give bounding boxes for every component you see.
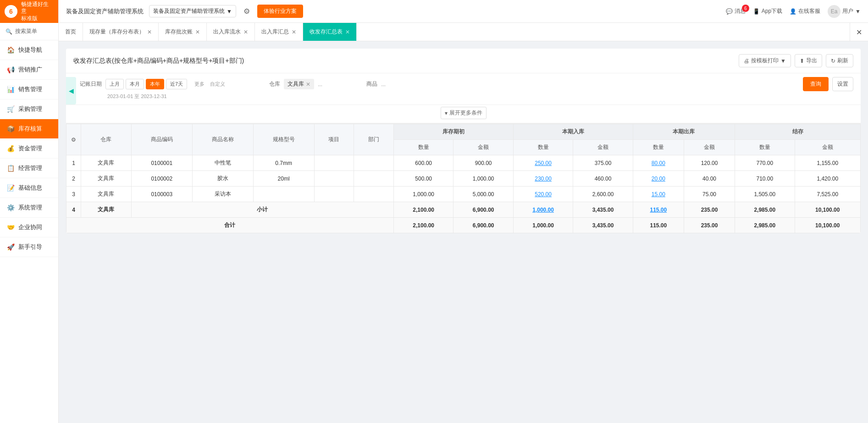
tab-2[interactable]: 库存批次账 ✕ — [159, 23, 207, 41]
subtotal-out-amt: 235.00 — [684, 202, 735, 218]
sidebar-item-10[interactable]: 🚀新手引导 — [0, 237, 58, 257]
print-icon: 🖨 — [744, 58, 749, 64]
sidebar-header[interactable]: 6 畅捷通好生意 标准版 — [0, 0, 58, 23]
tab-close-icon[interactable]: ✕ — [243, 29, 248, 35]
row-warehouse: 文具库 — [81, 187, 132, 202]
sidebar-item-3[interactable]: 🛒采购管理 — [0, 99, 58, 119]
main-content: 收发存汇总表(按仓库+商品编码+商品+规格型号+项目+部门) 🖨 按模板打印 ▼… — [59, 41, 868, 241]
sidebar-item-1[interactable]: 📢营销推广 — [0, 60, 58, 80]
user-btn[interactable]: Ea 用户 ▼ — [828, 5, 861, 18]
search-label: 搜索菜单 — [15, 27, 37, 35]
export-icon: ⬆ — [800, 58, 804, 64]
sidebar-item-6[interactable]: 📋经营管理 — [0, 159, 58, 178]
data-table: ⚙ 仓库 商品编码 商品名称 规格型号 项目 部门 库存期初 本期入库 本期出库… — [66, 124, 861, 233]
tab-close-icon[interactable]: ✕ — [147, 29, 152, 35]
refresh-btn[interactable]: ↻ 刷新 — [826, 54, 853, 67]
date-btn-本月[interactable]: 本月 — [126, 79, 144, 89]
search-icon: 🔍 — [6, 28, 12, 35]
page-actions: 🖨 按模板打印 ▼ ⬆ 导出 ↻ 刷新 — [739, 54, 853, 67]
sidebar-search[interactable]: 🔍 搜索菜单 — [0, 23, 58, 40]
export-btn[interactable]: ⬆ 导出 — [795, 54, 822, 67]
warehouse-tag-close[interactable]: ✕ — [306, 81, 310, 88]
print-btn[interactable]: 🖨 按模板打印 ▼ — [739, 54, 791, 67]
filter-row-1: 记账日期 上月本月本年近7天 更多 自定义 仓库 文具库 ✕ ... 商品 ..… — [80, 77, 853, 91]
online-service-btn[interactable]: 👤 在线客服 — [790, 7, 820, 15]
row-out-qty[interactable]: 20.00 — [633, 171, 684, 187]
th-in-amt: 金额 — [573, 140, 633, 155]
th-opening-group: 库存期初 — [393, 124, 513, 140]
row-out-qty[interactable]: 80.00 — [633, 155, 684, 171]
row-goods-code: 0100003 — [131, 187, 192, 202]
tab-1[interactable]: 现存量（库存分布表） ✕ — [83, 23, 159, 41]
row-in-qty[interactable]: 250.00 — [513, 155, 573, 171]
subtotal-no: 4 — [66, 202, 81, 218]
goods-more[interactable]: ... — [381, 81, 386, 88]
row-opening-amt: 900.00 — [453, 155, 513, 171]
nav-icon: 📝 — [6, 184, 15, 192]
tab-label: 出入库汇总 — [261, 28, 289, 36]
sidebar-nav: 🏠快捷导航📢营销推广📊销售管理🛒采购管理📦库存核算💰资金管理📋经营管理📝基础信息… — [0, 40, 58, 257]
sidebar-item-0[interactable]: 🏠快捷导航 — [0, 40, 58, 60]
date-btns: 上月本月本年近7天 — [105, 79, 187, 89]
date-btn-本年[interactable]: 本年 — [146, 79, 164, 89]
system-selector[interactable]: 装备及固定资产辅助管理系统 ▼ — [149, 5, 236, 17]
filter-row-main: ◀ 记账日期 上月本月本年近7天 更多 自定义 仓库 文具库 ✕ ... — [66, 73, 861, 105]
trial-btn[interactable]: 体验行业方案 — [257, 5, 303, 18]
message-btn[interactable]: 💬 消息 6 — [726, 7, 746, 15]
filter-container: ◀ 记账日期 上月本月本年近7天 更多 自定义 仓库 文具库 ✕ ... — [66, 73, 861, 124]
nav-icon: 📊 — [6, 86, 15, 93]
tab-4[interactable]: 出入库汇总 ✕ — [255, 23, 303, 41]
row-balance-qty: 1,505.00 — [735, 187, 795, 202]
th-goods-code: 商品编码 — [131, 124, 192, 155]
close-all-tabs-btn[interactable]: ✕ — [850, 23, 868, 41]
th-in-qty: 数量 — [513, 140, 573, 155]
sidebar-item-4[interactable]: 📦库存核算 — [0, 119, 58, 139]
collapse-btn[interactable]: ◀ — [66, 77, 76, 104]
row-no: 2 — [66, 171, 81, 187]
tab-0[interactable]: 首页 — [59, 23, 83, 41]
filter-inner: 记账日期 上月本月本年近7天 更多 自定义 仓库 文具库 ✕ ... 商品 ..… — [76, 77, 861, 104]
sidebar-item-9[interactable]: 🤝企业协同 — [0, 218, 58, 237]
sidebar-item-2[interactable]: 📊销售管理 — [0, 80, 58, 99]
nav-label: 基础信息 — [18, 184, 42, 192]
system-name: 装备及固定资产辅助管理系统 — [66, 7, 144, 16]
page-header: 收发存汇总表(按仓库+商品编码+商品+规格型号+项目+部门) 🖨 按模板打印 ▼… — [66, 49, 861, 73]
settings-gear-icon[interactable]: ⚙ — [242, 5, 252, 17]
tab-close-icon[interactable]: ✕ — [195, 29, 200, 35]
nav-icon: 🤝 — [6, 224, 15, 231]
total-opening-qty: 2,100.00 — [393, 218, 453, 233]
date-btn-近7天[interactable]: 近7天 — [166, 79, 187, 89]
row-opening-amt: 1,000.00 — [453, 171, 513, 187]
tab-close-icon[interactable]: ✕ — [292, 29, 296, 35]
warehouse-more[interactable]: ... — [318, 81, 322, 88]
row-warehouse: 文具库 — [81, 171, 132, 187]
row-project — [314, 155, 354, 171]
row-project — [314, 171, 354, 187]
date-btn-上月[interactable]: 上月 — [105, 79, 124, 89]
row-balance-qty: 710.00 — [735, 171, 795, 187]
table-row: 2 文具库 0100002 胶水 20ml 500.00 1,000.00 23… — [66, 171, 861, 187]
row-out-qty[interactable]: 15.00 — [633, 187, 684, 202]
warehouse-tag[interactable]: 文具库 ✕ — [284, 79, 314, 89]
row-goods-spec: 20ml — [253, 171, 314, 187]
sidebar-item-5[interactable]: 💰资金管理 — [0, 139, 58, 159]
row-in-qty[interactable]: 230.00 — [513, 171, 573, 187]
subtotal-opening-amt: 6,900.00 — [453, 202, 513, 218]
nav-label: 营销推广 — [18, 66, 42, 74]
row-goods-spec: 0.7mm — [253, 155, 314, 171]
filter-settings-btn[interactable]: 设置 — [832, 77, 853, 91]
th-out-group: 本期出库 — [633, 124, 735, 140]
nav-icon: 🛒 — [6, 105, 15, 113]
expand-conditions-btn[interactable]: ▾ 展开更多条件 — [441, 107, 487, 119]
tab-3[interactable]: 出入库流水 ✕ — [207, 23, 255, 41]
tab-close-icon[interactable]: ✕ — [345, 29, 350, 35]
app-download-btn[interactable]: 📱 App下载 — [753, 7, 782, 15]
row-project — [314, 187, 354, 202]
sidebar-item-8[interactable]: ⚙️系统管理 — [0, 198, 58, 218]
app-logo: 6 — [5, 5, 17, 18]
query-btn[interactable]: 查询 — [803, 77, 829, 91]
row-in-qty[interactable]: 520.00 — [513, 187, 573, 202]
nav-icon: 📋 — [6, 165, 15, 172]
sidebar-item-7[interactable]: 📝基础信息 — [0, 178, 58, 198]
tab-5[interactable]: 收发存汇总表 ✕ — [303, 23, 357, 41]
